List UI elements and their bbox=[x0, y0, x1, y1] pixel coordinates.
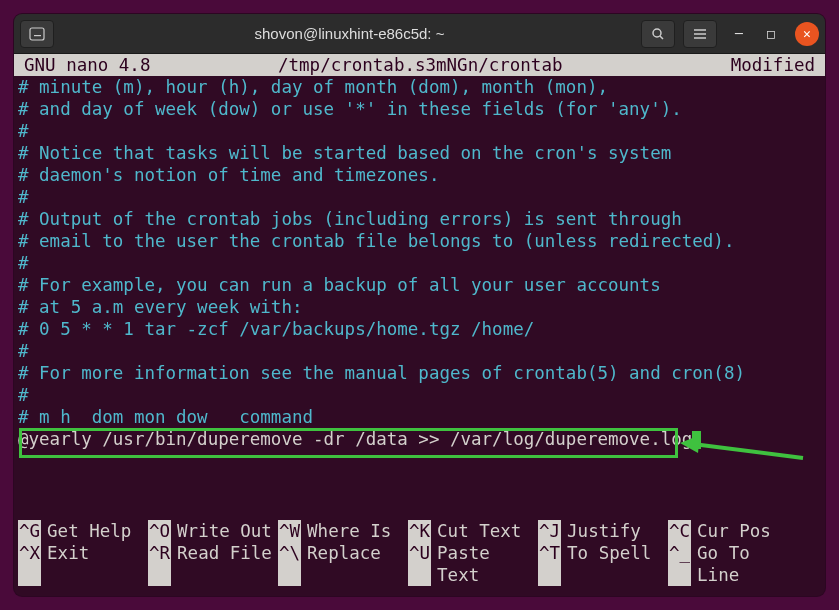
minimize-button[interactable]: ─ bbox=[725, 20, 753, 48]
shortcut-go-to-line[interactable]: ^_Go To Line bbox=[668, 542, 798, 586]
shortcut-justify[interactable]: ^JJustify bbox=[538, 520, 668, 542]
shortcut-row-2: ^XExit ^RRead File ^\Replace ^UPaste Tex… bbox=[18, 542, 821, 586]
comment-line: # bbox=[18, 253, 29, 273]
new-tab-button[interactable] bbox=[20, 20, 54, 48]
svg-rect-0 bbox=[30, 28, 44, 40]
shortcut-get-help[interactable]: ^GGet Help bbox=[18, 520, 148, 542]
titlebar: shovon@linuxhint-e86c5d: ~ ─ □ ✕ bbox=[14, 14, 825, 54]
window-title: shovon@linuxhint-e86c5d: ~ bbox=[58, 25, 641, 42]
editor-name: GNU nano 4.8 bbox=[18, 54, 278, 76]
shortcut-row-1: ^GGet Help ^OWrite Out ^WWhere Is ^KCut … bbox=[18, 520, 821, 542]
minimize-icon: ─ bbox=[735, 26, 743, 41]
comment-line: # and day of week (dow) or use '*' in th… bbox=[18, 99, 682, 119]
file-path: /tmp/crontab.s3mNGn/crontab bbox=[278, 54, 731, 76]
close-button[interactable]: ✕ bbox=[795, 22, 819, 46]
comment-line: # Output of the crontab jobs (including … bbox=[18, 209, 682, 229]
close-icon: ✕ bbox=[803, 26, 811, 41]
terminal-icon bbox=[29, 27, 45, 41]
shortcut-cur-pos[interactable]: ^CCur Pos bbox=[668, 520, 798, 542]
comment-line: # Notice that tasks will be started base… bbox=[18, 143, 671, 163]
editor-content[interactable]: # minute (m), hour (h), day of month (do… bbox=[14, 76, 825, 450]
comment-line: # For example, you can run a backup of a… bbox=[18, 275, 661, 295]
nano-shortcuts: ^GGet Help ^OWrite Out ^WWhere Is ^KCut … bbox=[18, 520, 821, 586]
hamburger-icon bbox=[693, 28, 707, 40]
comment-line: # m h dom mon dow command bbox=[18, 407, 313, 427]
cron-command-line: @yearly /usr/bin/duperemove -dr /data >>… bbox=[18, 429, 692, 449]
svg-point-2 bbox=[653, 29, 661, 37]
shortcut-write-out[interactable]: ^OWrite Out bbox=[148, 520, 278, 542]
svg-line-3 bbox=[660, 36, 663, 39]
shortcut-cut-text[interactable]: ^KCut Text bbox=[408, 520, 538, 542]
modified-status: Modified bbox=[731, 54, 821, 76]
shortcut-to-spell[interactable]: ^TTo Spell bbox=[538, 542, 668, 586]
comment-line: # bbox=[18, 187, 29, 207]
comment-line: # minute (m), hour (h), day of month (do… bbox=[18, 77, 608, 97]
shortcut-read-file[interactable]: ^RRead File bbox=[148, 542, 278, 586]
comment-line: # For more information see the manual pa… bbox=[18, 363, 745, 383]
comment-line: # at 5 a.m every week with: bbox=[18, 297, 302, 317]
shortcut-where-is[interactable]: ^WWhere Is bbox=[278, 520, 408, 542]
shortcut-paste-text[interactable]: ^UPaste Text bbox=[408, 542, 538, 586]
maximize-icon: □ bbox=[767, 26, 775, 41]
maximize-button[interactable]: □ bbox=[757, 20, 785, 48]
comment-line: # bbox=[18, 385, 29, 405]
svg-rect-1 bbox=[34, 35, 41, 36]
comment-line: # bbox=[18, 121, 29, 141]
nano-header: GNU nano 4.8 /tmp/crontab.s3mNGn/crontab… bbox=[14, 54, 825, 76]
comment-line: # email to the user the crontab file bel… bbox=[18, 231, 734, 251]
cursor bbox=[692, 431, 701, 449]
comment-line: # 0 5 * * 1 tar -zcf /var/backups/home.t… bbox=[18, 319, 534, 339]
search-icon bbox=[651, 27, 665, 41]
shortcut-exit[interactable]: ^XExit bbox=[18, 542, 148, 586]
search-button[interactable] bbox=[641, 20, 675, 48]
shortcut-replace[interactable]: ^\Replace bbox=[278, 542, 408, 586]
menu-button[interactable] bbox=[683, 20, 717, 48]
comment-line: # bbox=[18, 341, 29, 361]
comment-line: # daemon's notion of time and timezones. bbox=[18, 165, 439, 185]
terminal-window: shovon@linuxhint-e86c5d: ~ ─ □ ✕ GNU nan… bbox=[14, 14, 825, 596]
